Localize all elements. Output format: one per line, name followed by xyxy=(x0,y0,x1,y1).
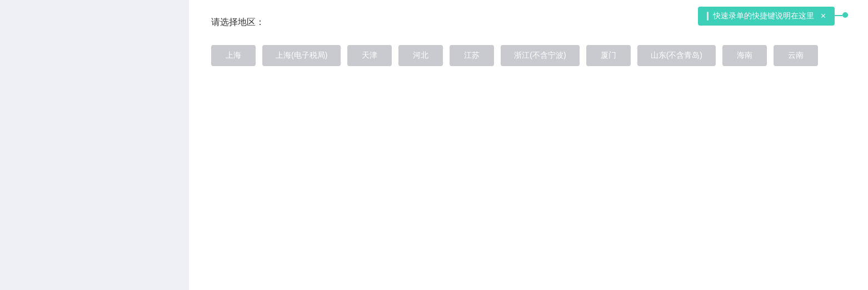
left-panel xyxy=(0,0,189,290)
tooltip-close-button[interactable]: × xyxy=(821,12,826,21)
region-button-tianjin[interactable]: 天津 xyxy=(347,45,392,66)
region-button-shandong[interactable]: 山东(不含青岛) xyxy=(637,45,716,66)
region-button-yunnan[interactable]: 云南 xyxy=(774,45,818,66)
region-button-zhejiang[interactable]: 浙江(不含宁波) xyxy=(501,45,579,66)
region-button-xiamen[interactable]: 厦门 xyxy=(586,45,631,66)
tooltip-text: 快速录单的快捷键说明在这里 xyxy=(713,11,814,21)
region-buttons: 上海上海(电子税局)天津河北江苏浙江(不含宁波)厦门山东(不含青岛)海南云南 xyxy=(211,45,846,66)
region-button-hainan[interactable]: 海南 xyxy=(722,45,767,66)
region-button-jiangsu[interactable]: 江苏 xyxy=(450,45,494,66)
region-button-shanghai-etax[interactable]: 上海(电子税局) xyxy=(262,45,341,66)
region-button-hebei[interactable]: 河北 xyxy=(398,45,443,66)
tooltip-banner[interactable]: 快速录单的快捷键说明在这里 × xyxy=(698,7,835,26)
main-content: 请选择地区： 上海上海(电子税局)天津河北江苏浙江(不含宁波)厦门山东(不含青岛… xyxy=(189,0,868,290)
tooltip-left-bar xyxy=(707,12,709,21)
region-button-shanghai[interactable]: 上海 xyxy=(211,45,256,66)
dot-indicator xyxy=(842,12,848,18)
connector-line xyxy=(832,15,842,16)
